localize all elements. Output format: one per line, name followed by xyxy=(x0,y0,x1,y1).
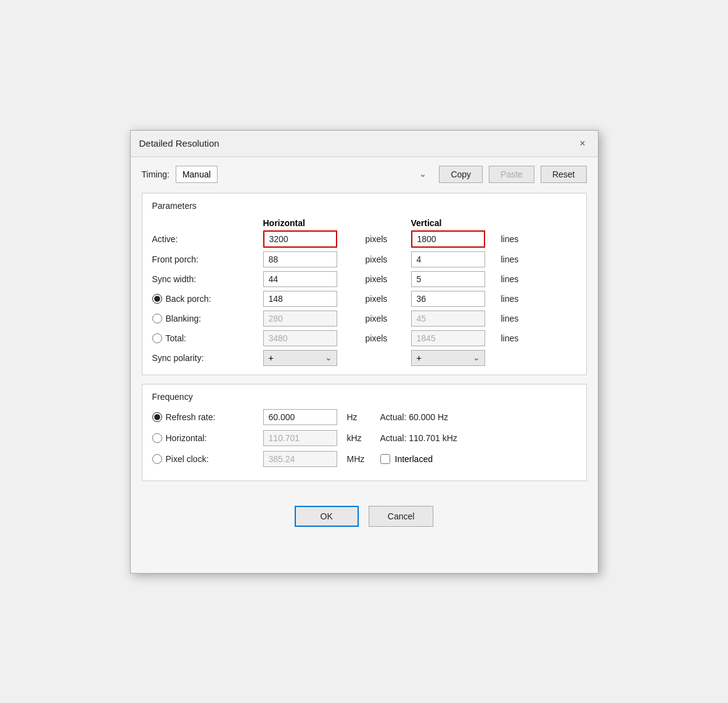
blanking-h-unit: pixels xyxy=(362,314,411,323)
sync-width-v-unit: lines xyxy=(497,274,547,284)
v-polarity-select-wrapper: + - xyxy=(411,350,485,366)
dialog-window: Detailed Resolution × Timing: Manual Aut… xyxy=(130,130,599,574)
blanking-h-input[interactable] xyxy=(263,311,337,327)
copy-button[interactable]: Copy xyxy=(439,166,483,183)
dialog-body: Timing: Manual Auto Copy Paste Reset Par… xyxy=(131,157,598,500)
blanking-v-input[interactable] xyxy=(411,311,485,327)
active-h-unit: pixels xyxy=(362,234,411,244)
interlaced-row: Interlaced xyxy=(380,454,576,464)
sync-width-h-input[interactable] xyxy=(263,271,337,287)
total-row: Total: pixels lines xyxy=(152,330,576,346)
horizontal-freq-row: Horizontal: kHz Actual: 110.701 kHz xyxy=(152,430,576,446)
blanking-v-unit: lines xyxy=(497,314,547,323)
front-porch-h-unit: pixels xyxy=(362,254,411,264)
active-v-unit: lines xyxy=(497,234,547,244)
paste-button[interactable]: Paste xyxy=(489,166,534,183)
active-h-input[interactable] xyxy=(263,230,337,248)
timing-label: Timing: xyxy=(142,169,170,179)
v-polarity-select[interactable]: + - xyxy=(411,350,485,366)
blanking-row: Blanking: pixels lines xyxy=(152,311,576,327)
frequency-section: Frequency Refresh rate: Hz Actual: 60.00… xyxy=(142,384,587,481)
vertical-header: Vertical xyxy=(411,218,497,228)
timing-row: Timing: Manual Auto Copy Paste Reset xyxy=(142,166,587,183)
active-row: Active: pixels lines xyxy=(152,230,576,248)
total-v-unit: lines xyxy=(497,333,547,343)
parameters-section: Parameters Horizontal Vertical Active: p… xyxy=(142,193,587,375)
horizontal-freq-radio[interactable] xyxy=(152,433,162,443)
refresh-rate-radio[interactable] xyxy=(152,412,162,422)
total-radio[interactable] xyxy=(152,333,162,343)
horizontal-freq-actual: Actual: 110.701 kHz xyxy=(380,433,576,443)
params-header: Horizontal Vertical xyxy=(152,218,576,228)
back-porch-v-input[interactable] xyxy=(411,291,485,307)
front-porch-label: Front porch: xyxy=(152,254,263,264)
h-polarity-select-wrapper: + - xyxy=(263,350,337,366)
horizontal-freq-unit: kHz xyxy=(343,433,380,443)
dialog-title: Detailed Resolution xyxy=(139,138,219,148)
timing-select-wrapper: Manual Auto xyxy=(176,166,433,183)
sync-polarity-label: Sync polarity: xyxy=(152,353,263,363)
back-porch-h-input[interactable] xyxy=(263,291,337,307)
back-porch-v-unit: lines xyxy=(497,294,547,304)
sync-width-h-unit: pixels xyxy=(362,274,411,284)
timing-select[interactable]: Manual Auto xyxy=(176,166,218,183)
total-v-input[interactable] xyxy=(411,330,485,346)
interlaced-label: Interlaced xyxy=(395,454,433,464)
dialog-footer: OK Cancel xyxy=(131,500,598,537)
sync-width-row: Sync width: pixels lines xyxy=(152,271,576,287)
reset-button[interactable]: Reset xyxy=(541,166,587,183)
refresh-rate-row: Refresh rate: Hz Actual: 60.000 Hz xyxy=(152,409,576,425)
sync-width-label: Sync width: xyxy=(152,274,263,284)
back-porch-row: Back porch: pixels lines xyxy=(152,291,576,307)
horizontal-freq-input[interactable] xyxy=(263,430,337,446)
sync-width-v-input[interactable] xyxy=(411,271,485,287)
front-porch-v-unit: lines xyxy=(497,254,547,264)
refresh-rate-actual: Actual: 60.000 Hz xyxy=(380,412,576,422)
sync-polarity-row: Sync polarity: + - + - xyxy=(152,350,576,366)
parameters-title: Parameters xyxy=(152,201,576,211)
refresh-rate-input[interactable] xyxy=(263,409,337,425)
ok-button[interactable]: OK xyxy=(295,506,359,527)
frequency-title: Frequency xyxy=(152,392,576,402)
horizontal-header: Horizontal xyxy=(263,218,362,228)
front-porch-row: Front porch: pixels lines xyxy=(152,251,576,267)
blanking-label: Blanking: xyxy=(152,314,263,323)
refresh-rate-label: Refresh rate: xyxy=(152,412,263,422)
total-h-input[interactable] xyxy=(263,330,337,346)
total-h-unit: pixels xyxy=(362,333,411,343)
pixel-clock-radio[interactable] xyxy=(152,454,162,464)
pixel-clock-row: Pixel clock: MHz Interlaced xyxy=(152,451,576,467)
blanking-radio[interactable] xyxy=(152,314,162,323)
front-porch-v-input[interactable] xyxy=(411,251,485,267)
total-label: Total: xyxy=(152,333,263,343)
pixel-clock-input[interactable] xyxy=(263,451,337,467)
interlaced-checkbox[interactable] xyxy=(380,454,390,464)
back-porch-radio[interactable] xyxy=(152,294,162,304)
cancel-button[interactable]: Cancel xyxy=(369,506,434,527)
refresh-rate-unit: Hz xyxy=(343,412,380,422)
title-bar: Detailed Resolution × xyxy=(131,131,598,157)
front-porch-h-input[interactable] xyxy=(263,251,337,267)
back-porch-label: Back porch: xyxy=(152,294,263,304)
active-v-input[interactable] xyxy=(411,230,485,248)
active-label: Active: xyxy=(152,234,263,244)
h-polarity-select[interactable]: + - xyxy=(263,350,337,366)
pixel-clock-label: Pixel clock: xyxy=(152,454,263,464)
horizontal-freq-label: Horizontal: xyxy=(152,433,263,443)
close-button[interactable]: × xyxy=(576,137,589,150)
pixel-clock-unit: MHz xyxy=(343,454,380,464)
back-porch-h-unit: pixels xyxy=(362,294,411,304)
